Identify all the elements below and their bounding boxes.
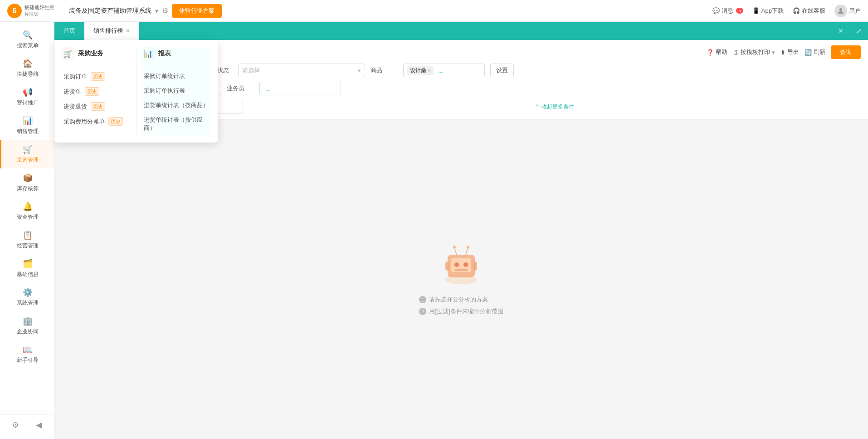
goods-more-dots[interactable]: ... — [438, 67, 443, 74]
hist-badge-1: 历史 — [85, 87, 99, 96]
purchase-col: 🛒 采购业务 采购订单 历史 进货单 历史 进货退货 历史 采购费用分摊单 历史 — [62, 47, 131, 135]
tab-bar-actions: ✕ ⤢ — [832, 22, 868, 40]
dropdown-item-report-2[interactable]: 进货单统计表（按商品） — [142, 98, 211, 113]
tab-home[interactable]: 首页 — [54, 22, 84, 40]
logo-icon: 6 — [7, 4, 22, 18]
hist-badge-2: 历史 — [91, 102, 105, 111]
svg-point-0 — [839, 8, 842, 11]
purchase-col-title: 采购业务 — [78, 49, 103, 58]
doc-status-select[interactable]: 请选择 ▾ — [238, 64, 365, 77]
finance-icon: 🔔 — [23, 202, 33, 212]
sales-icon: 📊 — [23, 116, 33, 126]
sidebar-item-newbie[interactable]: 📖 新手引导 — [0, 340, 54, 369]
dropdown-item-report-3[interactable]: 进货单统计表（按供应商） — [142, 113, 211, 135]
refresh-btn[interactable]: 🔄 刷新 — [805, 48, 825, 56]
sidebar-item-system[interactable]: ⚙️ 系统管理 — [0, 283, 54, 311]
header-right: 💬 消息 5 📱 App下载 🎧 在线客服 用户 — [712, 5, 861, 17]
toolbar-right: ❓ 帮助 🖨 按模板打印 ▾ ⬆ 导出 🔄 刷新 — [707, 45, 861, 59]
query-button[interactable]: 查询 — [831, 45, 861, 59]
inventory-icon: 📦 — [23, 173, 33, 183]
message-btn[interactable]: 💬 消息 5 — [712, 7, 743, 15]
salesman-label: 业务员 — [227, 84, 254, 93]
chevron-down-icon[interactable]: ▾ — [155, 7, 158, 15]
sidebar-item-purchase[interactable]: 🛒 采购管理 — [0, 140, 54, 168]
svg-point-10 — [453, 246, 456, 248]
sidebar-item-operation[interactable]: 📋 经营管理 — [0, 226, 54, 254]
tab-sales-rank[interactable]: 销售排行榜 ✕ — [84, 22, 139, 40]
system-title-area: 装备及固定资产辅助管理系统 ▾ ⚙ 体验行业方案 — [62, 4, 712, 18]
sidebar-item-search[interactable]: 🔍 搜索菜单 — [0, 25, 54, 54]
refresh-icon: 🔄 — [805, 49, 812, 56]
top-header: 6 畅捷通好生意 标准版 装备及固定资产辅助管理系统 ▾ ⚙ 体验行业方案 💬 … — [0, 0, 868, 22]
app-name: 畅捷通好生意 — [24, 4, 54, 10]
tab-bar: 首页 销售排行榜 ✕ ✕ ⤢ — [54, 22, 868, 40]
industry-btn[interactable]: 体验行业方案 — [172, 4, 222, 18]
dropdown-item-purchase-cost[interactable]: 采购费用分摊单 历史 — [62, 114, 131, 129]
sidebar-collapse-btn[interactable]: ◀ — [36, 420, 42, 430]
dropdown-item-report-1[interactable]: 采购订单执行表 — [142, 84, 211, 98]
export-icon: ⬆ — [780, 49, 785, 56]
report-col-icon: 📊 — [142, 47, 155, 60]
print-dropdown-icon[interactable]: ▾ — [772, 49, 775, 56]
sidebar-item-sales[interactable]: 📊 销售管理 — [0, 111, 54, 140]
hist-badge-3: 历史 — [108, 117, 123, 126]
report-col: 📊 报表 采购订单统计表 采购订单执行表 进货单统计表（按商品） 进货单统计表（… — [142, 47, 211, 135]
step2-num: 2 — [419, 308, 426, 315]
system-title-text: 装备及固定资产辅助管理系统 — [69, 7, 151, 15]
select-dropdown-icon: ▾ — [358, 67, 361, 74]
sidebar-item-basic[interactable]: 🗂️ 基础信息 — [0, 254, 54, 283]
tab-close-icon[interactable]: ✕ — [126, 28, 130, 34]
tab-expand-btn[interactable]: ⤢ — [850, 22, 868, 40]
dropdown-item-report-0[interactable]: 采购订单统计表 — [142, 69, 211, 84]
username: 用户 — [849, 7, 861, 15]
sidebar-item-marketing[interactable]: 📢 营销推广 — [0, 83, 54, 111]
goods-input[interactable]: 设计桑 × ... — [403, 64, 485, 77]
dropdown-item-stock-in[interactable]: 进货单 历史 — [62, 84, 131, 99]
tab-close-btn[interactable]: ✕ — [832, 22, 850, 40]
svg-point-12 — [467, 246, 469, 248]
sidebar-item-inventory[interactable]: 📦 库存核算 — [0, 168, 54, 197]
marketing-icon: 📢 — [23, 87, 33, 97]
svg-rect-7 — [445, 261, 449, 271]
purchase-dropdown-menu: 🛒 采购业务 采购订单 历史 进货单 历史 进货退货 历史 采购费用分摊单 历史 — [54, 40, 218, 143]
dropdown-item-stock-return[interactable]: 进货退货 历史 — [62, 99, 131, 114]
sidebar-item-finance[interactable]: 🔔 资金管理 — [0, 197, 54, 226]
settings-button[interactable]: 设置 — [490, 64, 514, 77]
purchase-col-header: 🛒 采购业务 — [62, 47, 131, 64]
online-service-btn[interactable]: 🎧 在线客服 — [793, 7, 825, 15]
sidebar-settings-btn[interactable]: ⚙ — [12, 420, 19, 430]
print-btn[interactable]: 🖨 按模板打印 ▾ — [733, 48, 775, 56]
tag-close-icon[interactable]: × — [428, 68, 431, 73]
basic-icon: 🗂️ — [23, 259, 33, 269]
collapse-btn[interactable]: ⌃ 收起更多条件 — [535, 103, 574, 111]
headset-icon: 🎧 — [793, 7, 800, 14]
sidebar-item-enterprise[interactable]: 🏢 企业协同 — [0, 311, 54, 340]
purchase-icon: 🛒 — [23, 144, 33, 154]
svg-line-11 — [466, 248, 468, 255]
hist-badge-0: 历史 — [91, 72, 105, 81]
step1-num: 1 — [419, 296, 426, 303]
salesman-input[interactable]: ... — [259, 82, 341, 95]
report-col-title: 报表 — [158, 49, 171, 58]
purchase-col-icon: 🛒 — [62, 47, 74, 60]
dropdown-item-purchase-order[interactable]: 采购订单 历史 — [62, 69, 131, 84]
dropdown-columns: 🛒 采购业务 采购订单 历史 进货单 历史 进货退货 历史 采购费用分摊单 历史 — [62, 47, 210, 135]
sidebar-bottom: ⚙ ◀ — [0, 414, 54, 435]
help-btn[interactable]: ❓ 帮助 — [707, 48, 727, 56]
sidebar: 🔍 搜索菜单 🏠 快捷导航 📢 营销推广 📊 销售管理 🛒 采购管理 📦 库存核… — [0, 22, 54, 439]
svg-point-5 — [463, 262, 468, 267]
user-btn[interactable]: 用户 — [834, 5, 861, 17]
svg-rect-8 — [473, 261, 477, 271]
avatar — [834, 5, 847, 17]
collapse-icon: ⌃ — [535, 104, 540, 110]
search-icon: 🔍 — [23, 30, 33, 40]
enterprise-icon: 🏢 — [23, 316, 33, 326]
app-download-btn[interactable]: 📱 App下载 — [752, 7, 784, 15]
settings-icon[interactable]: ⚙ — [162, 6, 168, 15]
export-btn[interactable]: ⬆ 导出 — [780, 48, 799, 56]
empty-illustration — [434, 241, 488, 286]
mobile-icon: 📱 — [752, 7, 760, 14]
sidebar-item-quick[interactable]: 🏠 快捷导航 — [0, 54, 54, 83]
salesman-dots[interactable]: ... — [265, 85, 270, 92]
dropdown-divider — [136, 47, 137, 135]
